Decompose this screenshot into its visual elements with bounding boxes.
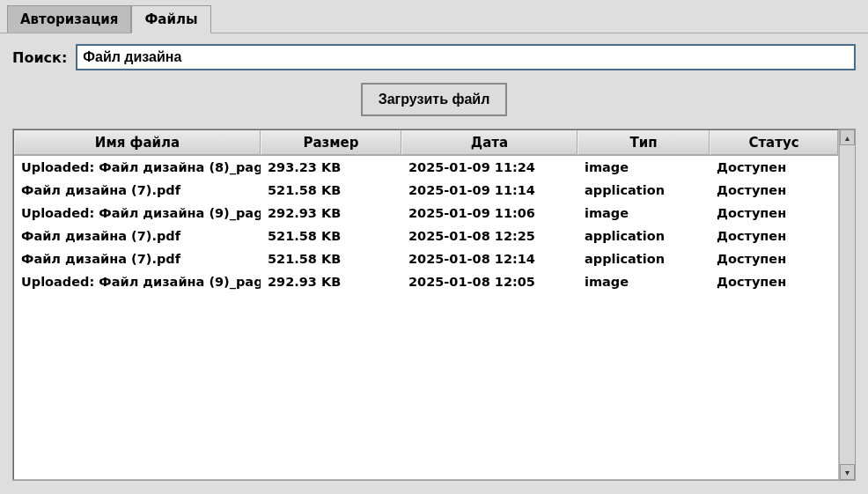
cell-status: Доступен — [710, 204, 838, 222]
upload-button[interactable]: Загрузить файл — [361, 83, 508, 116]
upload-row: Загрузить файл — [12, 83, 856, 116]
table-row[interactable]: Файл дизайна (7).pdf521.58 KB2025-01-08 … — [14, 225, 838, 247]
file-table: Имя файла Размер Дата Тип Статус Uploade… — [13, 129, 839, 480]
cell-date: 2025-01-08 12:05 — [401, 273, 577, 291]
cell-status: Доступен — [710, 227, 838, 245]
cell-type: application — [577, 227, 710, 245]
header-type[interactable]: Тип — [577, 130, 710, 155]
cell-date: 2025-01-09 11:14 — [401, 181, 577, 199]
cell-type: application — [577, 181, 710, 199]
cell-type: image — [577, 159, 710, 176]
table-row[interactable]: Uploaded: Файл дизайна (8)_page-000293.2… — [14, 156, 838, 179]
vertical-scrollbar[interactable]: ▴ ▾ — [839, 129, 855, 480]
scroll-down-icon[interactable]: ▾ — [840, 464, 855, 480]
cell-name: Файл дизайна (7).pdf — [14, 181, 261, 199]
cell-size: 293.23 KB — [261, 159, 401, 176]
cell-name: Uploaded: Файл дизайна (8)_page-000 — [14, 159, 261, 176]
cell-size: 292.93 KB — [261, 273, 401, 291]
cell-date: 2025-01-08 12:14 — [401, 250, 577, 268]
tab-files[interactable]: Файлы — [131, 5, 210, 33]
scroll-up-icon[interactable]: ▴ — [840, 129, 855, 145]
cell-date: 2025-01-09 11:24 — [401, 159, 577, 176]
table-header-row: Имя файла Размер Дата Тип Статус — [14, 130, 838, 156]
cell-size: 521.58 KB — [261, 250, 401, 268]
search-label: Поиск: — [12, 49, 67, 66]
header-name[interactable]: Имя файла — [14, 130, 261, 155]
cell-type: application — [577, 250, 710, 268]
tab-authorization[interactable]: Авторизация — [7, 5, 131, 33]
cell-name: Uploaded: Файл дизайна (9)_page-000 — [14, 273, 261, 291]
search-input[interactable] — [76, 44, 856, 70]
cell-status: Доступен — [710, 273, 838, 291]
table-row[interactable]: Файл дизайна (7).pdf521.58 KB2025-01-08 … — [14, 247, 838, 270]
cell-name: Файл дизайна (7).pdf — [14, 250, 261, 268]
cell-date: 2025-01-08 12:25 — [401, 227, 577, 245]
cell-status: Доступен — [710, 250, 838, 268]
table-row[interactable]: Файл дизайна (7).pdf521.58 KB2025-01-09 … — [14, 179, 838, 202]
search-row: Поиск: — [12, 44, 856, 70]
table-rows: Uploaded: Файл дизайна (8)_page-000293.2… — [14, 156, 838, 479]
tab-strip: Авторизация Файлы — [0, 0, 868, 33]
header-status[interactable]: Статус — [710, 130, 838, 155]
files-panel: Поиск: Загрузить файл Имя файла Размер Д… — [0, 33, 868, 490]
cell-type: image — [577, 204, 710, 222]
header-date[interactable]: Дата — [401, 130, 577, 155]
cell-type: image — [577, 273, 710, 291]
file-table-container: Имя файла Размер Дата Тип Статус Uploade… — [12, 129, 856, 481]
cell-size: 521.58 KB — [261, 227, 401, 245]
table-row[interactable]: Uploaded: Файл дизайна (9)_page-000292.9… — [14, 270, 838, 293]
cell-name: Uploaded: Файл дизайна (9)_page-000 — [14, 204, 261, 222]
app-window: Авторизация Файлы Поиск: Загрузить файл … — [0, 0, 868, 494]
table-row[interactable]: Uploaded: Файл дизайна (9)_page-000292.9… — [14, 202, 838, 225]
header-size[interactable]: Размер — [261, 130, 401, 155]
cell-size: 521.58 KB — [261, 181, 401, 199]
cell-status: Доступен — [710, 159, 838, 176]
cell-name: Файл дизайна (7).pdf — [14, 227, 261, 245]
cell-status: Доступен — [710, 181, 838, 199]
cell-date: 2025-01-09 11:06 — [401, 204, 577, 222]
cell-size: 292.93 KB — [261, 204, 401, 222]
